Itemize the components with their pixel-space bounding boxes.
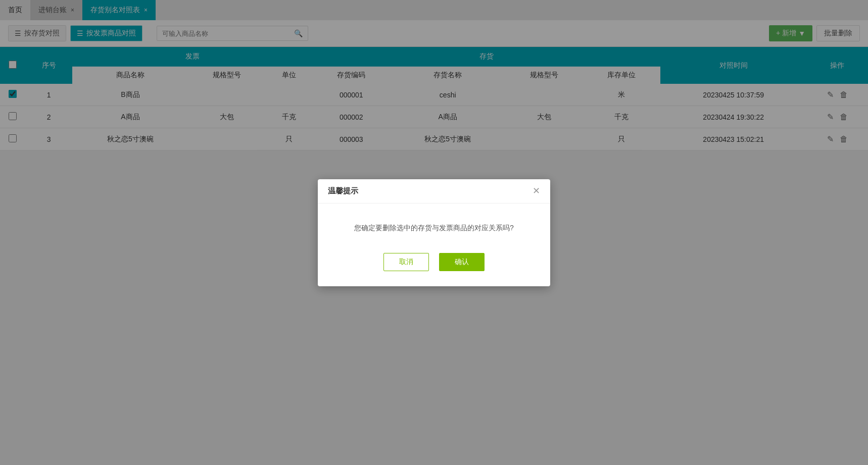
modal-overlay: 温馨提示 ✕ 您确定要删除选中的存货与发票商品的对应关系吗? 取消 确认 bbox=[0, 0, 868, 150]
